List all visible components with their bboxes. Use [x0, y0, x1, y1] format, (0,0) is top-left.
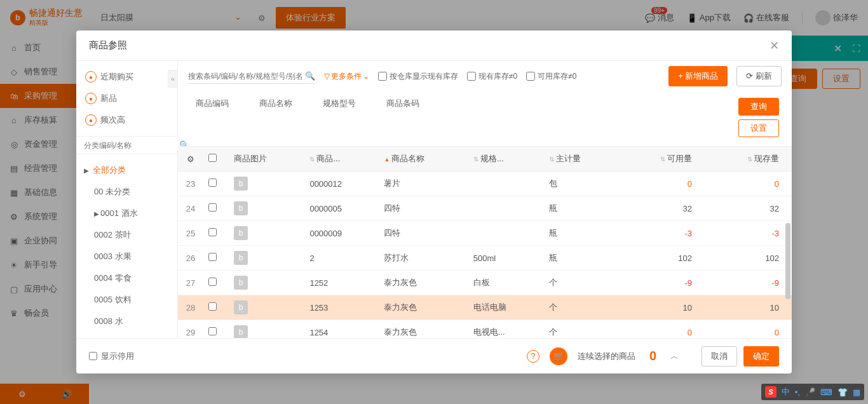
add-product-button[interactable]: + 新增商品	[668, 66, 728, 86]
tab-icon: ●	[85, 71, 97, 83]
ime-logo-icon: S	[765, 386, 776, 398]
triangle-icon: ▶	[84, 167, 89, 174]
filter-icon: ▽	[324, 72, 330, 81]
close-icon[interactable]: ✕	[770, 39, 779, 53]
filter-query-button[interactable]: 查询	[738, 98, 779, 116]
col-avail[interactable]: 可用量	[618, 147, 705, 172]
row-checkbox[interactable]	[208, 327, 217, 335]
modal-title: 商品参照	[89, 39, 127, 51]
table-row[interactable]: 28 b 1253 泰力灰色 电话电脑 个 10 10	[178, 295, 792, 320]
col-stock[interactable]: 现存量	[705, 147, 792, 172]
product-modal: 商品参照 ✕ « ●近期购买●新品●频次高 🔍 ▶ 全部分类 00 未分类▶00…	[76, 30, 792, 374]
col-image: 商品图片	[229, 147, 304, 172]
filter-settings-button[interactable]: 设置	[738, 119, 779, 137]
table-row[interactable]: 26 b 2 苏打水 500ml 瓶 102 102	[178, 246, 792, 271]
product-image: b	[234, 251, 248, 265]
left-tab[interactable]: ●频次高	[76, 109, 177, 131]
scrollbar-thumb[interactable]	[785, 223, 790, 299]
col-code[interactable]: 商品...	[304, 147, 379, 172]
triangle-icon: ▶	[94, 210, 99, 217]
modal-right: 🔍 ▽ 更多条件 ⌄ 按仓库显示现有库存 现有库存≠0 可用库存≠0 + 新增商…	[178, 61, 792, 338]
table-row[interactable]: 23 b 0000012 薯片 包 0 0	[178, 172, 792, 196]
product-image: b	[234, 276, 248, 290]
table-row[interactable]: 25 b 0000009 四特 瓶 -3 -3	[178, 221, 792, 246]
row-checkbox[interactable]	[208, 253, 217, 261]
col-spec[interactable]: 规格...	[468, 147, 544, 172]
ime-sep: •,	[795, 387, 800, 397]
refresh-button[interactable]: ⟳ 刷新	[736, 66, 782, 86]
category-search: 🔍	[76, 136, 177, 154]
chk-warehouse[interactable]: 按仓库显示现有库存	[378, 71, 458, 82]
filter-row: 商品编码 商品名称 规格型号 商品条码 查询 设置	[178, 91, 792, 146]
cancel-button[interactable]: 取消	[702, 346, 737, 367]
show-disabled-checkbox[interactable]: 显示停用	[89, 351, 134, 362]
tab-icon: ●	[85, 93, 97, 104]
collapse-icon[interactable]: «	[168, 70, 178, 88]
modal-toolbar: 🔍 ▽ 更多条件 ⌄ 按仓库显示现有库存 现有库存≠0 可用库存≠0 + 新增商…	[178, 61, 792, 91]
product-image: b	[234, 226, 248, 240]
table-wrap: ⚙ 商品图片 商品... 商品名称 规格... 主计量 可用量 现存量 23	[178, 146, 792, 338]
product-search-input[interactable]	[188, 69, 305, 83]
ok-button[interactable]: 确定	[743, 346, 779, 367]
left-tab[interactable]: ●近期购买	[76, 66, 177, 88]
ime-grid-icon[interactable]: ▦	[853, 387, 860, 397]
chevron-down-icon: ⌄	[363, 72, 369, 81]
category-search-input[interactable]	[84, 141, 179, 150]
more-conditions[interactable]: ▽ 更多条件 ⌄	[324, 71, 369, 82]
modal-left: « ●近期购买●新品●频次高 🔍 ▶ 全部分类 00 未分类▶0001 酒水00…	[76, 61, 178, 338]
row-checkbox[interactable]	[208, 278, 217, 286]
chk-avail-nonzero[interactable]: 可用库存≠0	[526, 71, 576, 82]
chevron-up-icon[interactable]: ︿	[670, 351, 679, 362]
category-item[interactable]: 0008 水	[76, 311, 177, 332]
category-item[interactable]: 0010 家电	[76, 332, 177, 338]
chk-stock-nonzero[interactable]: 现有库存≠0	[467, 71, 517, 82]
col-checkbox	[203, 147, 229, 172]
col-unit[interactable]: 主计量	[544, 147, 618, 172]
row-checkbox[interactable]	[208, 178, 217, 187]
category-item[interactable]: 0004 零食	[76, 267, 177, 289]
table-row[interactable]: 29 b 1254 泰力灰色 电视电... 个 0 0	[178, 320, 792, 339]
category-item[interactable]: ▶0001 酒水	[76, 203, 177, 224]
category-item[interactable]: 0002 茶叶	[76, 224, 177, 246]
product-search: 🔍	[188, 69, 315, 84]
table-row[interactable]: 27 b 1252 泰力灰色 白板 个 -9 -9	[178, 271, 792, 295]
ime-mic-icon[interactable]: 🎤	[805, 387, 815, 397]
ime-bar[interactable]: S 中 •, 🎤 ⌨ 👕 ▦	[761, 384, 864, 400]
col-name[interactable]: 商品名称	[379, 147, 468, 172]
col-gear[interactable]: ⚙	[178, 147, 203, 172]
left-tab[interactable]: ●新品	[76, 88, 177, 109]
modal-header: 商品参照 ✕	[76, 30, 792, 61]
product-image: b	[234, 177, 248, 191]
product-image: b	[234, 325, 248, 338]
row-checkbox[interactable]	[208, 203, 217, 212]
tab-icon: ●	[85, 114, 97, 126]
search-icon[interactable]: 🔍	[305, 71, 315, 81]
help-icon[interactable]: ?	[527, 350, 539, 363]
category-item[interactable]: 0003 水果	[76, 246, 177, 267]
row-checkbox[interactable]	[208, 302, 217, 311]
row-checkbox[interactable]	[208, 228, 217, 236]
table-row[interactable]: 24 b 0000005 四特 瓶 32 32	[178, 196, 792, 221]
category-item[interactable]: 0005 饮料	[76, 289, 177, 311]
product-image: b	[234, 300, 248, 314]
category-list: ▶ 全部分类 00 未分类▶0001 酒水0002 茶叶0003 水果0004 …	[76, 154, 177, 338]
product-table: ⚙ 商品图片 商品... 商品名称 规格... 主计量 可用量 现存量 23	[178, 147, 792, 338]
category-root[interactable]: ▶ 全部分类	[76, 159, 177, 181]
product-image: b	[234, 201, 248, 215]
ime-keyboard-icon[interactable]: ⌨	[820, 387, 832, 397]
selected-count: 0	[649, 349, 656, 363]
cart-icon: 🛒	[550, 347, 567, 365]
select-all-checkbox[interactable]	[208, 154, 217, 162]
category-item[interactable]: 00 未分类	[76, 181, 177, 203]
ime-skin-icon[interactable]: 👕	[837, 387, 848, 397]
modal-footer: 显示停用 ? 🛒 连续选择的商品 0 ︿ 取消 确定	[76, 338, 792, 374]
